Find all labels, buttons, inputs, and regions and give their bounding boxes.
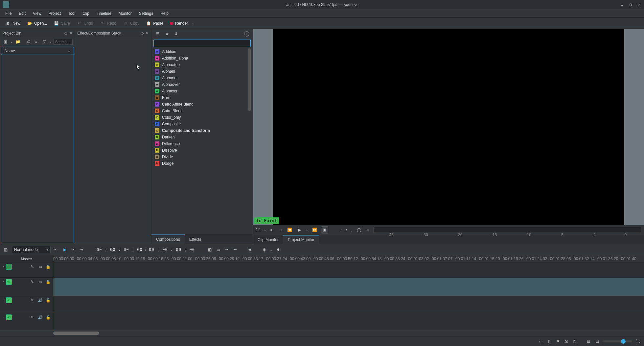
composition-item[interactable]: CColor_only (153, 114, 247, 121)
track-body[interactable] (53, 296, 644, 313)
tags-icon[interactable]: ▤ (594, 338, 600, 344)
filter-icon[interactable]: ▽ (41, 39, 47, 45)
new-button[interactable]: 🗎New (3, 19, 23, 27)
track-badge[interactable]: V2 (6, 264, 12, 270)
project-bin-body[interactable] (1, 55, 74, 243)
show-markers-icon[interactable]: ⚑ (555, 338, 561, 344)
scale-dropdown[interactable]: ⌄ (264, 228, 266, 232)
paste-button[interactable]: 📋Paste (143, 19, 166, 27)
composition-item[interactable]: AAlphaxor (153, 88, 247, 94)
overwrite-icon[interactable]: ▭ (215, 247, 221, 253)
edit-icon[interactable]: ✎ (29, 314, 35, 320)
menu-monitor[interactable]: Monitor (115, 10, 135, 17)
zone-out-icon[interactable]: ⇥ (278, 227, 284, 233)
panel-close-icon[interactable]: ✕ (146, 31, 149, 36)
composition-item[interactable]: DDodge (153, 160, 247, 167)
add-clip-dropdown[interactable]: ⌄ (10, 40, 13, 43)
name-column-header[interactable]: Name ⌄ (1, 47, 74, 55)
timeline-h-scrollbar[interactable] (53, 332, 99, 335)
track-collapse-icon[interactable]: ⌄ (2, 314, 5, 318)
menu-project[interactable]: Project (45, 10, 64, 17)
selection-tool-icon[interactable]: ▶ (62, 247, 68, 253)
edit-icon[interactable]: ✎ (29, 279, 35, 285)
timeline-ruler[interactable]: 00:00:00:0000:00:04:0500:00:08:1000:00:1… (53, 255, 644, 262)
track-badge[interactable]: V1 (6, 279, 12, 285)
composition-item[interactable]: CComposite (153, 121, 247, 127)
add-clip-icon[interactable]: ▣ (2, 39, 8, 45)
render-options-dropdown[interactable]: ⌄ (192, 21, 195, 25)
track-body[interactable] (53, 262, 644, 277)
fullscreen-icon[interactable]: ⛶ (635, 338, 641, 344)
minimize-icon[interactable]: ⌄ (619, 2, 625, 8)
snap-icon[interactable]: ▯ (546, 338, 552, 344)
info-icon[interactable]: i (244, 31, 249, 37)
lock-icon[interactable]: 🔒 (45, 264, 51, 270)
composition-item[interactable]: AAddition_alpha (153, 55, 247, 62)
composition-item[interactable]: AAlphaatop (153, 62, 247, 68)
menu-settings[interactable]: Settings (136, 10, 156, 17)
mute-icon[interactable]: ▭ (37, 279, 43, 285)
zoom-fit-icon[interactable]: ⇱ (572, 338, 578, 344)
timecode-position[interactable]: 00 : 00 : 00 : 00 (97, 247, 143, 252)
redo-button[interactable]: ↷Redo (97, 19, 119, 27)
mute-icon[interactable]: 🔊 (37, 314, 43, 320)
scrollbar-thumb[interactable] (248, 48, 251, 111)
zone-in-icon[interactable]: ⇤ (269, 227, 275, 233)
composition-search-input[interactable] (153, 39, 251, 47)
preview-options-icon[interactable]: ⚟ (275, 247, 281, 253)
composition-item[interactable]: CCairo Blend (153, 108, 247, 114)
tab-compositions[interactable]: Compositions (151, 235, 185, 244)
mute-icon[interactable]: 🔊 (37, 297, 43, 303)
save-button[interactable]: 💾Save (51, 19, 72, 27)
tag-icon[interactable]: 🏷 (25, 39, 31, 45)
track-collapse-icon[interactable]: ⌄ (2, 264, 5, 267)
close-icon[interactable]: ✕ (636, 2, 642, 8)
options-icon[interactable]: ≡ (365, 227, 371, 233)
composition-item[interactable]: DDissolve (153, 147, 247, 154)
composition-item[interactable]: CComposite and transform (153, 127, 247, 134)
menu-file[interactable]: File (2, 10, 15, 17)
monitor-scale[interactable]: 1:1 (256, 228, 261, 232)
track-menu-icon[interactable]: ▥ (3, 247, 9, 253)
edit-mode-select[interactable]: Normal mode (11, 246, 51, 253)
composition-item[interactable]: DDivide (153, 154, 247, 160)
mix-clips-icon[interactable]: ◧ (207, 247, 213, 253)
menu-timeline[interactable]: Timeline (93, 10, 115, 17)
show-audio-icon[interactable]: ⇲ (563, 338, 569, 344)
menu-edit[interactable]: Edit (15, 10, 29, 17)
undo-button[interactable]: ↶Undo (74, 19, 96, 27)
grid-icon[interactable]: ▦ (586, 338, 591, 344)
menu-tool[interactable]: Tool (65, 10, 79, 17)
maximize-icon[interactable]: ◇ (628, 2, 633, 8)
preview-dropdown[interactable]: ⌄ (270, 248, 272, 252)
track-badge[interactable]: A1 (6, 297, 12, 303)
track-collapse-icon[interactable]: ⌄ (2, 279, 5, 283)
marker-icon[interactable]: ◯ (356, 227, 362, 233)
open-button[interactable]: 📂Open... (24, 19, 50, 27)
fast-forward-button[interactable]: ⏩ (311, 226, 318, 234)
rewind-button[interactable]: ⏪ (286, 226, 293, 234)
tab-project-monitor[interactable]: Project Monitor (283, 235, 319, 244)
insert-icon[interactable]: •• (224, 247, 230, 253)
lock-icon[interactable]: 🔒 (45, 279, 51, 285)
copy-button[interactable]: ⎘Copy (120, 19, 142, 27)
tab-clip-monitor[interactable]: Clip Monitor (253, 235, 283, 244)
zoom-slider[interactable] (603, 340, 632, 342)
favorite-effects-icon[interactable]: ★ (247, 247, 253, 253)
tab-effects[interactable]: Effects (185, 235, 206, 244)
lock-icon[interactable]: 🔒 (45, 314, 51, 320)
track-body[interactable] (53, 278, 644, 296)
monitor-timecode[interactable]: : : , (340, 228, 354, 232)
spacer-tool-icon[interactable]: ⇔ (79, 247, 85, 253)
panel-float-icon[interactable]: ◇ (141, 31, 144, 36)
mute-icon[interactable]: ▭ (37, 264, 43, 270)
filter-dropdown[interactable]: ⌄ (49, 40, 52, 43)
track-body[interactable] (53, 313, 644, 330)
composition-item[interactable]: AAlphaover (153, 81, 247, 88)
master-track-label[interactable]: Master (0, 255, 53, 262)
edit-mode-button[interactable]: ▣ (321, 226, 328, 234)
lock-icon[interactable]: 🔒 (45, 297, 51, 303)
edit-icon[interactable]: ✎ (29, 297, 35, 303)
composition-item[interactable]: DDifference (153, 140, 247, 147)
search-input[interactable] (54, 39, 73, 45)
